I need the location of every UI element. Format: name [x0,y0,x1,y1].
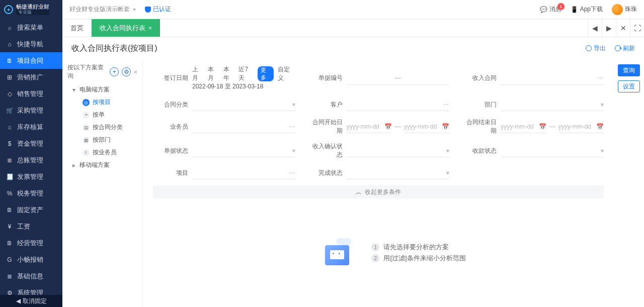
ledger-icon: ≣ [6,157,13,164]
salesman-lookup[interactable]: ⋯ [192,120,295,133]
scheme-panel: 按以下方案查询 + ⚙ « ▾电脑端方案 ◎按项目 ⫧按单 ▤按合同分类 ▦按部… [62,59,143,307]
preset-this-year[interactable]: 本年 [223,65,235,82]
scheme-item-by-category[interactable]: ▤按合同分类 [62,121,142,134]
warehouse-icon: ⌂ [6,124,13,131]
unpin-button[interactable]: ◀ 取消固定 [0,295,62,307]
sign-date-range: 2022-09-18 至 2023-03-18 [192,82,295,91]
sidebar-item-sales[interactable]: ◇销售管理 [0,85,62,102]
grid-icon: ⊞ [6,74,13,81]
sidebar-item-inventory[interactable]: ⌂库存核算 [0,119,62,135]
yen-icon: ¥ [6,223,13,230]
calendar-icon: 📅 [539,123,546,130]
search-icon: ⌕ [6,24,13,31]
sidebar-item-payroll[interactable]: ¥工资 [0,218,62,235]
step-number: 1 [371,243,379,251]
scheme-group-mobile[interactable]: ▸移动端方案 [62,159,142,171]
doc-status-select[interactable]: ▾ [192,144,295,157]
close-icon[interactable]: × [148,25,152,32]
scheme-item-by-dept[interactable]: ▦按部门 [62,134,142,146]
calendar-icon: 📅 [384,123,392,130]
sidebar-item-invoice[interactable]: 🧾发票管理 [0,168,62,185]
messages-button[interactable]: 💬 消息 1 [540,5,561,14]
sidebar-item-tax[interactable]: %税务管理 [0,185,62,201]
scheme-title: 按以下方案查询 [67,63,107,80]
sidebar-item-basic-info[interactable]: ≣基础信息 [0,268,62,284]
project-lookup[interactable]: ⋯ [192,166,295,179]
caret-down-icon: ▾ [72,86,76,93]
export-button[interactable]: 导出 [586,44,606,53]
tab-next-button[interactable]: ▶ [602,19,616,37]
sidebar-nav: ⌕搜索菜单 ⌂快捷导航 🗎项目合同 ⊞营销推广 ◇销售管理 🛒采购管理 ⌂库存核… [0,19,62,295]
end-date-from[interactable]: yyyy-mm-dd📅 [501,120,546,133]
preset-more[interactable]: 更多 [258,66,274,81]
verified-badge[interactable]: 已认证 [145,5,171,14]
sidebar-item-system[interactable]: ⚙系统管理 [0,284,62,295]
sidebar-item-search-menu[interactable]: ⌕搜索菜单 [0,19,62,36]
scheme-settings-button[interactable]: ⚙ [122,67,131,76]
brand-logo: ✦ 畅捷通好业财 专业版 [0,0,62,19]
finish-status-select[interactable]: ▾ [347,166,450,179]
calendar-icon: 📅 [442,123,449,130]
preset-last-month[interactable]: 上月 [192,65,204,82]
empty-illustration [321,235,356,270]
tab-prev-button[interactable]: ◀ [588,19,602,37]
scheme-group-pc[interactable]: ▾电脑端方案 [62,83,142,96]
sidebar-item-quick-nav[interactable]: ⌂快捷导航 [0,36,62,52]
pin-icon: ◀ [16,297,21,304]
sidebar-item-expense[interactable]: G小畅报销 [0,251,62,268]
scheme-collapse-button[interactable]: « [134,68,137,75]
filter-end-date: 合同结束日期 yyyy-mm-dd📅 — yyyy-mm-dd📅 [461,118,604,135]
caret-right-icon: ▸ [72,162,76,169]
sidebar-item-project-contract[interactable]: 🗎项目合同 [0,52,62,69]
tabbar: 首页 收入合同执行表 × ◀ ▶ ✕ ⛶ [62,19,644,37]
tab-fullscreen-button[interactable]: ⛶ [630,19,644,37]
preset-custom[interactable]: 自定义 [278,65,295,82]
list-icon: ≣ [6,273,13,280]
preset-this-month[interactable]: 本月 [208,65,219,82]
filter-sign-date: 签订日期 上月 本月 本年 近7天 更多 自定义 [153,65,295,91]
org-select[interactable]: 好业财专业版演示帐套 ▾ [69,5,136,14]
diamond-icon: ◇ [6,90,13,97]
end-date-to[interactable]: yyyy-mm-dd📅 [558,120,604,133]
chevron-up-icon: ︽ [356,188,362,196]
home-icon: ⌂ [6,41,13,48]
customer-lookup[interactable]: ⋯ [347,98,450,111]
tab-home[interactable]: 首页 [62,19,92,37]
preset-7days[interactable]: 近7天 [238,65,253,82]
scheme-item-by-doc[interactable]: ⫧按单 [62,109,142,121]
start-date-to[interactable]: yyyy-mm-dd📅 [404,120,449,133]
sidebar-item-operations[interactable]: 🗎经营管理 [0,235,62,251]
income-contract-lookup[interactable]: ⋯ [501,72,604,85]
percent-icon: % [6,190,13,197]
sidebar-item-marketing[interactable]: ⊞营销推广 [0,69,62,85]
filter-start-date: 合同开始日期 yyyy-mm-dd📅 — yyyy-mm-dd📅 [307,118,450,135]
confirm-status-select[interactable]: ▾ [347,144,450,157]
add-scheme-button[interactable]: + [110,67,119,76]
category-select[interactable]: ▾ [192,98,295,111]
user-menu[interactable]: 珠珠 [612,4,637,15]
app-download-button[interactable]: 📱 App下载 [571,5,603,14]
start-date-from[interactable]: yyyy-mm-dd📅 [347,120,392,133]
empty-state: 1请先选择要分析的方案 2用[过滤]条件来缩小分析范围 [143,198,644,307]
refresh-button[interactable]: 刷新 [615,44,635,53]
scheme-item-by-salesman[interactable]: ⫯按业务员 [62,146,142,159]
tab-income-contract-exec[interactable]: 收入合同执行表 × [92,19,160,37]
chevron-down-icon: ▾ [601,147,604,154]
chevron-down-icon: ▾ [446,169,449,176]
bar-icon: ⫧ [83,112,90,119]
settings-button[interactable]: 设置 [618,80,640,92]
sidebar-item-fixed-assets[interactable]: 🗎固定资产 [0,201,62,218]
sidebar-item-ledger[interactable]: ≣总账管理 [0,152,62,168]
sidebar-item-purchase[interactable]: 🛒采购管理 [0,102,62,119]
collapse-filters-button[interactable]: ︽ 收起更多条件 [153,185,604,198]
query-button[interactable]: 查询 [618,64,640,76]
sidebar-item-funds[interactable]: $资金管理 [0,135,62,152]
chevron-down-icon: ▾ [133,6,136,13]
scheme-item-by-project[interactable]: ◎按项目 [62,96,142,109]
chart-icon: ⫯ [83,149,90,156]
ellipsis-icon: ⋯ [289,123,295,130]
dept-select[interactable]: ▾ [501,98,604,111]
doc-no-input[interactable]: — [347,72,450,85]
collect-status-select[interactable]: ▾ [501,144,604,157]
tab-close-all-button[interactable]: ✕ [616,19,630,37]
